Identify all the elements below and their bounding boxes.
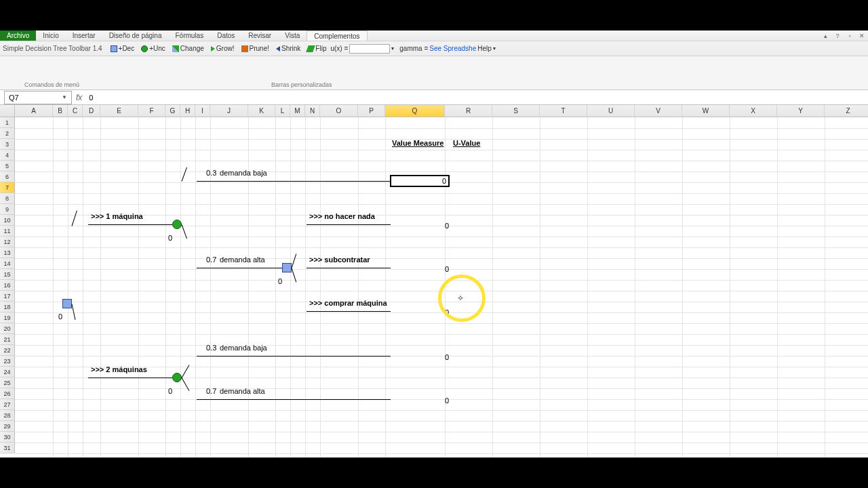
- col-header-F[interactable]: F: [138, 105, 165, 117]
- circle-icon: [141, 45, 148, 52]
- col-header-G[interactable]: G: [165, 105, 180, 117]
- root-decision-node[interactable]: [62, 299, 72, 308]
- row-header-31[interactable]: 31: [0, 443, 15, 453]
- col-header-M[interactable]: M: [290, 105, 305, 117]
- row-header-20[interactable]: 20: [0, 323, 15, 334]
- cursor-icon: [457, 293, 464, 303]
- row-header-25[interactable]: 25: [0, 378, 15, 388]
- col-header-Y[interactable]: Y: [777, 105, 825, 117]
- btn-change[interactable]: Change: [170, 44, 207, 53]
- col-header-E[interactable]: E: [100, 105, 138, 117]
- row-header-1[interactable]: 1: [0, 117, 15, 128]
- btn-shrink[interactable]: Shrink: [273, 44, 303, 53]
- row-header-5[interactable]: 5: [0, 161, 15, 171]
- col-header-T[interactable]: T: [540, 105, 587, 117]
- help-link[interactable]: See Spreadshe: [429, 45, 476, 52]
- row-header-4[interactable]: 4: [0, 150, 15, 161]
- col-header-R[interactable]: R: [445, 105, 492, 117]
- col-header-W[interactable]: W: [682, 105, 730, 117]
- btn-prune[interactable]: Prune!: [239, 44, 272, 53]
- row-header-14[interactable]: 14: [0, 258, 15, 269]
- col-header-I[interactable]: I: [195, 105, 210, 117]
- btn-grow[interactable]: Grow!: [208, 44, 237, 53]
- row-header-10[interactable]: 10: [0, 215, 15, 226]
- b2-c2-prob: 0.7: [206, 387, 216, 395]
- help-menu[interactable]: Help: [477, 45, 492, 52]
- fx-icon[interactable]: fx: [76, 93, 82, 102]
- row-header-18[interactable]: 18: [0, 302, 15, 312]
- col-header-Q[interactable]: Q: [385, 105, 445, 117]
- tab-diseno[interactable]: Diseño de página: [102, 30, 169, 41]
- branch1-label: >>> 1 máquina: [91, 212, 143, 220]
- formula-input[interactable]: 0: [86, 94, 868, 102]
- col-header-N[interactable]: N: [305, 105, 320, 117]
- tab-datos[interactable]: Datos: [210, 30, 241, 41]
- tab-complementos[interactable]: Complementos: [307, 30, 367, 41]
- row-header-3[interactable]: 3: [0, 139, 15, 150]
- row-header-9[interactable]: 9: [0, 204, 15, 215]
- branch1-chance-node[interactable]: [172, 220, 182, 229]
- select-all-corner[interactable]: [0, 105, 15, 117]
- btn-add-uncertainty[interactable]: +Unc: [138, 44, 168, 53]
- window-restore-icon[interactable]: ▫: [845, 31, 854, 41]
- col-header-Z[interactable]: Z: [825, 105, 868, 117]
- b1-c1-prob: 0.3: [206, 169, 216, 177]
- b1-c2-d3-label: >>> comprar máquina: [309, 299, 387, 307]
- spreadsheet-grid[interactable]: ABCDEFGHIJKLMNOPQRSTUVWXYZ 1234567891011…: [0, 105, 868, 458]
- row-header-24[interactable]: 24: [0, 367, 15, 378]
- col-header-U[interactable]: U: [587, 105, 635, 117]
- ribbon-minimize-icon[interactable]: ▴: [821, 31, 830, 41]
- col-header-X[interactable]: X: [730, 105, 777, 117]
- tab-insertar[interactable]: Insertar: [66, 30, 102, 41]
- row-header-17[interactable]: 17: [0, 291, 15, 302]
- col-header-A[interactable]: A: [15, 105, 53, 117]
- col-header-K[interactable]: K: [248, 105, 275, 117]
- grow-icon: [211, 46, 215, 52]
- b1-c2-decision-node[interactable]: [282, 263, 292, 272]
- col-header-P[interactable]: P: [358, 105, 385, 117]
- col-header-H[interactable]: H: [180, 105, 195, 117]
- tab-revisar[interactable]: Revisar: [241, 30, 278, 41]
- row-header-2[interactable]: 2: [0, 128, 15, 139]
- selected-cell[interactable]: 0: [390, 175, 450, 187]
- help-icon[interactable]: ?: [833, 31, 842, 41]
- root-value: 0: [49, 312, 62, 321]
- branch2-chance-node[interactable]: [172, 373, 182, 382]
- b1-c2-d1-value: 0: [435, 222, 449, 230]
- col-header-L[interactable]: L: [275, 105, 290, 117]
- btn-flip[interactable]: Flip: [304, 44, 329, 53]
- row-header-16[interactable]: 16: [0, 280, 15, 291]
- row-header-21[interactable]: 21: [0, 334, 15, 345]
- row-header-29[interactable]: 29: [0, 421, 15, 432]
- row-header-28[interactable]: 28: [0, 410, 15, 421]
- tab-inicio[interactable]: Inicio: [36, 30, 65, 41]
- col-header-B[interactable]: B: [53, 105, 68, 117]
- col-header-D[interactable]: D: [83, 105, 100, 117]
- row-header-12[interactable]: 12: [0, 237, 15, 247]
- row-header-11[interactable]: 11: [0, 226, 15, 237]
- col-header-S[interactable]: S: [492, 105, 540, 117]
- row-header-30[interactable]: 30: [0, 432, 15, 443]
- row-header-6[interactable]: 6: [0, 171, 15, 182]
- window-close-icon[interactable]: ✕: [857, 31, 867, 41]
- row-header-26[interactable]: 26: [0, 388, 15, 399]
- col-header-V[interactable]: V: [635, 105, 682, 117]
- row-header-8[interactable]: 8: [0, 193, 15, 204]
- b1-c2-d1-label: >>> no hacer nada: [309, 212, 375, 220]
- col-header-O[interactable]: O: [320, 105, 358, 117]
- row-header-7[interactable]: 7: [0, 182, 15, 193]
- row-header-13[interactable]: 13: [0, 247, 15, 258]
- row-header-27[interactable]: 27: [0, 399, 15, 410]
- row-header-19[interactable]: 19: [0, 312, 15, 323]
- btn-add-decision[interactable]: +Dec: [108, 44, 138, 53]
- tab-vista[interactable]: Vista: [278, 30, 307, 41]
- tab-file[interactable]: Archivo: [0, 30, 36, 41]
- name-box[interactable]: Q7 ▼: [4, 91, 72, 104]
- row-header-15[interactable]: 15: [0, 269, 15, 280]
- row-header-22[interactable]: 22: [0, 345, 15, 356]
- col-header-C[interactable]: C: [68, 105, 83, 117]
- ux-dropdown[interactable]: [349, 44, 390, 54]
- col-header-J[interactable]: J: [210, 105, 248, 117]
- tab-formulas[interactable]: Fórmulas: [168, 30, 210, 41]
- row-header-23[interactable]: 23: [0, 356, 15, 367]
